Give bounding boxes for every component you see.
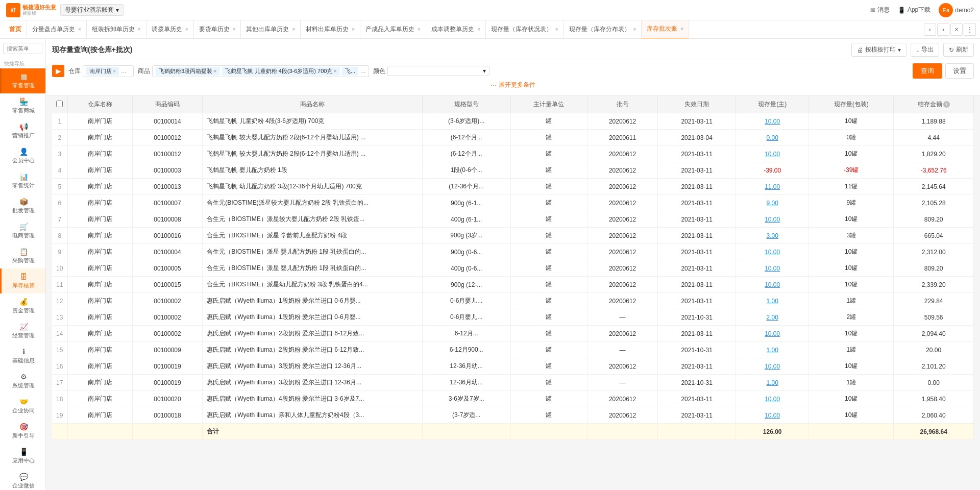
row-warehouse: 南岸门店 [67, 113, 132, 130]
sidebar-item-basic[interactable]: ℹ 基础信息 [0, 344, 45, 369]
tab-fenpan[interactable]: 分量盘点单历史 × [27, 20, 87, 39]
th-check[interactable] [52, 96, 67, 113]
row-qty-main[interactable]: 10.00 [736, 113, 809, 130]
sidebar-item-system[interactable]: ⚙ 系统管理 [0, 369, 45, 394]
row-qty-main[interactable]: 10.00 [736, 358, 809, 375]
close-icon[interactable]: × [185, 27, 188, 32]
row-qty-main[interactable]: 10.00 [736, 277, 809, 293]
row-name: 惠氏启赋（Wyeth illuma）1段奶粉 爱尔兰进口 0-6月婴... [203, 293, 422, 309]
product-more[interactable]: ... [360, 67, 365, 75]
row-qty-main[interactable]: 10.00 [736, 146, 809, 162]
color-tag-box[interactable]: ▾ [387, 66, 489, 76]
tab-kucun-dist[interactable]: 现存量（库存分布表） × [564, 20, 642, 39]
row-qty-main[interactable]: 10.00 [736, 211, 809, 228]
tab-zuzhuang[interactable]: 组装拆卸单历史 × [87, 20, 146, 39]
close-icon[interactable]: × [633, 27, 636, 32]
search-input[interactable] [3, 43, 42, 54]
tab-selector[interactable]: 母婴行业演示账套 ▾ [60, 4, 124, 16]
close-icon[interactable]: × [233, 27, 236, 32]
warehouse-more[interactable]: ... [121, 67, 126, 75]
setting-button[interactable]: 设置 [945, 63, 974, 79]
total-amount: 26,968.64 [894, 424, 974, 440]
sidebar-item-ecommerce[interactable]: 🛒 电商管理 [0, 218, 45, 243]
tab-kucun-state[interactable]: 现存量（库存状况表） × [486, 20, 564, 39]
row-qty-main[interactable]: 0.00 [736, 130, 809, 146]
row-qty-pkg: 1罐 [809, 375, 894, 391]
row-qty-main[interactable]: 10.00 [736, 244, 809, 260]
close-icon[interactable]: × [138, 27, 141, 32]
row-qty-main[interactable]: 10.00 [736, 326, 809, 342]
table-row: 10 南岸门店 00100005 合生元（BIOSTIME）派星 婴儿配方奶粉 … [52, 260, 974, 277]
row-qty-main[interactable]: 10.00 [736, 260, 809, 277]
sidebar-item-wholesale[interactable]: 📦 批发管理 [0, 193, 45, 218]
close-icon[interactable]: × [477, 27, 480, 32]
tab-chanpeng[interactable]: 产成品入库单历史 × [360, 20, 426, 39]
tab-kucun-batch[interactable]: 库存批次账 × [642, 20, 689, 39]
nav-close-button[interactable]: × [950, 23, 963, 36]
sidebar-item-finance[interactable]: 💰 资金管理 [0, 293, 45, 318]
print-button[interactable]: 🖨 按模板打印 ▾ [851, 43, 906, 57]
row-qty-main[interactable]: 11.00 [736, 179, 809, 195]
main-layout: 快捷导航 ▦ 零售管理 🏪 零售商城 📢 营销推广 👤 会员中心 📊 零售统计 … [0, 39, 980, 490]
sidebar-item-operations[interactable]: 📈 经营管理 [0, 318, 45, 344]
row-qty-main[interactable]: 1.00 [736, 375, 809, 391]
sidebar: 快捷导航 ▦ 零售管理 🏪 零售商城 📢 营销推广 👤 会员中心 📊 零售统计 … [0, 39, 46, 490]
row-qty-main[interactable]: -39.00 [736, 162, 809, 179]
close-icon[interactable]: × [680, 26, 683, 32]
sidebar-item-marketing[interactable]: 📢 营销推广 [0, 118, 45, 143]
product-tag-box[interactable]: 飞鹤奶粉3段丙箱提装 × 飞鹤星飞帆 儿童奶粉 4段(3-6岁适用) 700克 … [152, 65, 369, 77]
sidebar-item-retail-stats[interactable]: 📊 零售统计 [0, 168, 45, 193]
nav-prev-button[interactable]: ‹ [924, 23, 936, 36]
product-tag2-close[interactable]: × [333, 68, 336, 74]
row-name: 惠氏启赋（Wyeth illuma）3段奶粉 爱尔兰进口 12-36月... [203, 358, 422, 375]
amount-info-icon[interactable]: i [943, 101, 950, 108]
tab-yaohuo[interactable]: 要货单历史 × [194, 20, 241, 39]
print-icon: 🖨 [857, 46, 863, 54]
nav-more-button[interactable]: ⋮ [964, 23, 976, 36]
row-code: 00100003 [132, 162, 203, 179]
message-button[interactable]: ✉ 消息 [870, 6, 890, 14]
sidebar-item-members[interactable]: 👤 会员中心 [0, 143, 45, 168]
tab-diaopo[interactable]: 调拨单历史 × [146, 20, 194, 39]
export-button[interactable]: ↓ 导出 [911, 43, 939, 57]
row-code: 00100015 [132, 277, 203, 293]
tab-qita[interactable]: 其他出库单历史 × [241, 20, 301, 39]
content-header: 现存量查询(按仓库+批次) 🖨 按模板打印 ▾ ↓ 导出 ↻ 刷新 [46, 39, 980, 59]
tab-chengben[interactable]: 成本调整单历史 × [426, 20, 486, 39]
close-icon[interactable]: × [78, 27, 81, 32]
query-button[interactable]: 查询 [913, 63, 942, 79]
expand-more-button[interactable]: ⋯ 展开更多条件 [491, 81, 535, 89]
row-qty-main[interactable]: 10.00 [736, 391, 809, 407]
tab-cailiao[interactable]: 材料出库单历史 × [301, 20, 360, 39]
warehouse-tag-box[interactable]: 南岸门店 × ... [83, 65, 134, 77]
row-qty-main[interactable]: 3.00 [736, 228, 809, 244]
refresh-button[interactable]: ↻ 刷新 [943, 43, 974, 57]
user-area[interactable]: Ea demo2 [939, 3, 974, 17]
select-all-checkbox[interactable] [56, 101, 63, 107]
sidebar-item-collab[interactable]: 🤝 企业协同 [0, 394, 45, 419]
row-spec: 0-6月婴儿... [422, 293, 510, 309]
row-qty-main[interactable]: 2.00 [736, 309, 809, 326]
sidebar-item-inventory[interactable]: 🗄 库存核算 [0, 268, 45, 293]
nav-next-button[interactable]: › [937, 23, 949, 36]
close-icon[interactable]: × [352, 27, 355, 32]
sidebar-item-purchase[interactable]: 📋 采购管理 [0, 243, 45, 268]
warehouse-tag-close[interactable]: × [113, 68, 116, 74]
filter-expand-button[interactable]: ▶ [52, 65, 64, 77]
app-download-button[interactable]: 📱 App下载 [898, 6, 930, 14]
sidebar-item-retail-shop[interactable]: 🏪 零售商城 [0, 93, 45, 118]
row-qty-main[interactable]: 1.00 [736, 342, 809, 358]
system-icon: ⚙ [5, 373, 42, 381]
sidebar-item-retail[interactable]: ▦ 零售管理 [0, 68, 45, 93]
close-icon[interactable]: × [292, 27, 295, 32]
sidebar-item-guide[interactable]: 🎯 新手引导 [0, 419, 45, 444]
sidebar-item-wechat[interactable]: 💬 企业微信 [0, 469, 45, 490]
row-qty-main[interactable]: 9.00 [736, 195, 809, 211]
close-icon[interactable]: × [418, 27, 421, 32]
tab-home[interactable]: 首页 [4, 20, 27, 39]
sidebar-item-apps[interactable]: 📱 应用中心 [0, 444, 45, 469]
product-tag1-close[interactable]: × [213, 68, 216, 74]
row-qty-main[interactable]: 10.00 [736, 407, 809, 424]
close-icon[interactable]: × [555, 27, 558, 32]
row-qty-main[interactable]: 1.00 [736, 293, 809, 309]
